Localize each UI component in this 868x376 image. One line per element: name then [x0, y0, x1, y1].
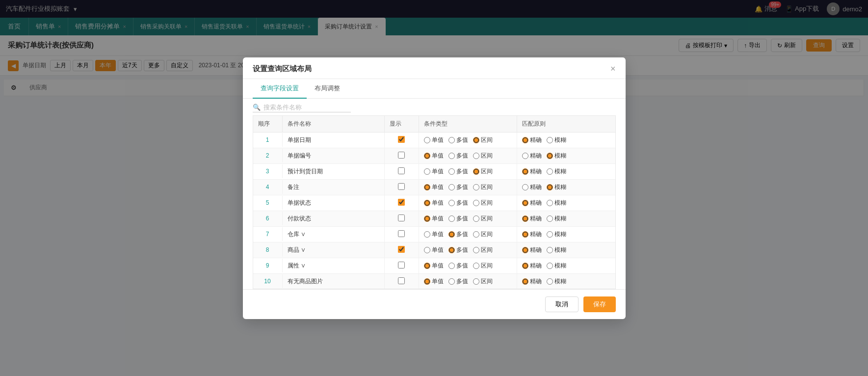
cell-display[interactable]	[385, 148, 419, 163]
type-radio-item[interactable]: 区间	[473, 152, 493, 160]
display-checkbox[interactable]	[398, 246, 405, 253]
match-radio-item[interactable]: 精确	[522, 215, 542, 223]
cell-type: 单值多值区间	[419, 258, 517, 273]
type-radio-item[interactable]: 区间	[473, 262, 493, 270]
type-radio-item[interactable]: 单值	[424, 246, 444, 254]
display-checkbox[interactable]	[398, 262, 405, 269]
match-radio-item[interactable]: 精确	[522, 152, 542, 160]
cell-display[interactable]	[385, 195, 419, 211]
dialog-table-body: 1单据日期单值多值区间精确模糊2单据编号单值多值区间精确模糊3预计到货日期单值多…	[253, 132, 616, 289]
save-button[interactable]: 保存	[583, 296, 616, 312]
type-radio-item[interactable]: 多值	[448, 136, 468, 144]
match-radio-item[interactable]: 模糊	[547, 136, 566, 144]
tab-query-fields[interactable]: 查询字段设置	[253, 79, 307, 99]
match-radio-item[interactable]: 精确	[522, 136, 542, 144]
cell-match: 精确模糊	[517, 133, 615, 148]
cell-display[interactable]	[385, 180, 419, 195]
display-checkbox[interactable]	[398, 230, 405, 237]
display-checkbox[interactable]	[398, 277, 405, 284]
th-name: 条件名称	[283, 116, 385, 132]
cell-display[interactable]	[385, 164, 419, 179]
cell-type: 单值多值区间	[419, 180, 517, 195]
type-radio-item[interactable]: 区间	[473, 183, 493, 191]
table-row: 8商品 ∨单值多值区间精确模糊	[253, 242, 615, 258]
cell-order: 1	[253, 133, 283, 147]
type-radio-item[interactable]: 单值	[424, 262, 444, 270]
type-radio-item[interactable]: 多值	[448, 230, 468, 239]
type-radio-item[interactable]: 多值	[448, 199, 468, 207]
search-input[interactable]	[263, 104, 342, 111]
cell-display[interactable]	[385, 227, 419, 242]
type-radio-item[interactable]: 区间	[473, 215, 493, 223]
cell-match: 精确模糊	[517, 180, 615, 195]
match-radio-item[interactable]: 精确	[522, 199, 542, 207]
type-radio-item[interactable]: 单值	[424, 152, 444, 160]
match-radio-item[interactable]: 模糊	[547, 167, 566, 176]
match-radio-item[interactable]: 模糊	[547, 262, 566, 270]
display-checkbox[interactable]	[398, 199, 405, 206]
th-match: 匹配原则	[517, 116, 615, 132]
dialog-tab-bar: 查询字段设置 布局调整	[243, 79, 626, 99]
type-radio-item[interactable]: 多值	[448, 167, 468, 176]
type-radio-item[interactable]: 单值	[424, 136, 444, 144]
cell-order: 9	[253, 259, 283, 272]
type-radio-item[interactable]: 区间	[473, 199, 493, 207]
type-radio-item[interactable]: 区间	[473, 277, 493, 286]
tab-layout-adjust[interactable]: 布局调整	[307, 79, 348, 99]
display-checkbox[interactable]	[398, 183, 405, 190]
cell-match: 精确模糊	[517, 164, 615, 179]
type-radio-item[interactable]: 区间	[473, 136, 493, 144]
cancel-button[interactable]: 取消	[545, 296, 579, 312]
cell-match: 精确模糊	[517, 148, 615, 163]
cell-name: 有无商品图片	[283, 274, 385, 289]
cell-display[interactable]	[385, 258, 419, 273]
cell-type: 单值多值区间	[419, 211, 517, 226]
type-radio-item[interactable]: 多值	[448, 277, 468, 286]
match-radio-item[interactable]: 模糊	[547, 215, 566, 223]
match-radio-item[interactable]: 模糊	[547, 183, 566, 191]
search-icon: 🔍	[253, 104, 261, 111]
type-radio-item[interactable]: 单值	[424, 215, 444, 223]
cell-type: 单值多值区间	[419, 133, 517, 148]
match-radio-item[interactable]: 精确	[522, 262, 542, 270]
match-radio-item[interactable]: 模糊	[547, 277, 566, 286]
display-checkbox[interactable]	[398, 152, 405, 159]
type-radio-item[interactable]: 多值	[448, 152, 468, 160]
match-radio-item[interactable]: 模糊	[547, 199, 566, 207]
match-radio-item[interactable]: 精确	[522, 246, 542, 254]
display-checkbox[interactable]	[398, 215, 405, 221]
match-radio-item[interactable]: 精确	[522, 183, 542, 191]
match-radio-item[interactable]: 精确	[522, 277, 542, 286]
type-radio-item[interactable]: 单值	[424, 230, 444, 239]
cell-order: 3	[253, 164, 283, 178]
cell-match: 精确模糊	[517, 227, 615, 242]
type-radio-item[interactable]: 单值	[424, 199, 444, 207]
cell-type: 单值多值区间	[419, 195, 517, 211]
match-radio-item[interactable]: 精确	[522, 230, 542, 239]
cell-match: 精确模糊	[517, 242, 615, 258]
display-checkbox[interactable]	[398, 167, 405, 174]
cell-display[interactable]	[385, 274, 419, 289]
th-order: 顺序	[253, 116, 283, 132]
type-radio-item[interactable]: 多值	[448, 183, 468, 191]
type-radio-item[interactable]: 单值	[424, 277, 444, 286]
match-radio-item[interactable]: 精确	[522, 167, 542, 176]
dialog-close-btn[interactable]: ×	[610, 64, 616, 73]
type-radio-item[interactable]: 多值	[448, 246, 468, 254]
display-checkbox[interactable]	[398, 136, 405, 143]
dialog-table-header: 顺序 条件名称 显示 条件类型 匹配原则	[253, 115, 616, 132]
type-radio-item[interactable]: 区间	[473, 246, 493, 254]
cell-display[interactable]	[385, 211, 419, 226]
type-radio-item[interactable]: 区间	[473, 167, 493, 176]
type-radio-item[interactable]: 单值	[424, 183, 444, 191]
type-radio-item[interactable]: 区间	[473, 230, 493, 239]
type-radio-item[interactable]: 单值	[424, 167, 444, 176]
match-radio-item[interactable]: 模糊	[547, 246, 566, 254]
match-radio-item[interactable]: 模糊	[547, 230, 566, 239]
type-radio-item[interactable]: 多值	[448, 215, 468, 223]
cell-display[interactable]	[385, 242, 419, 258]
type-radio-item[interactable]: 多值	[448, 262, 468, 270]
cell-name: 属性 ∨	[283, 258, 385, 273]
cell-display[interactable]	[385, 133, 419, 148]
match-radio-item[interactable]: 模糊	[547, 152, 566, 160]
